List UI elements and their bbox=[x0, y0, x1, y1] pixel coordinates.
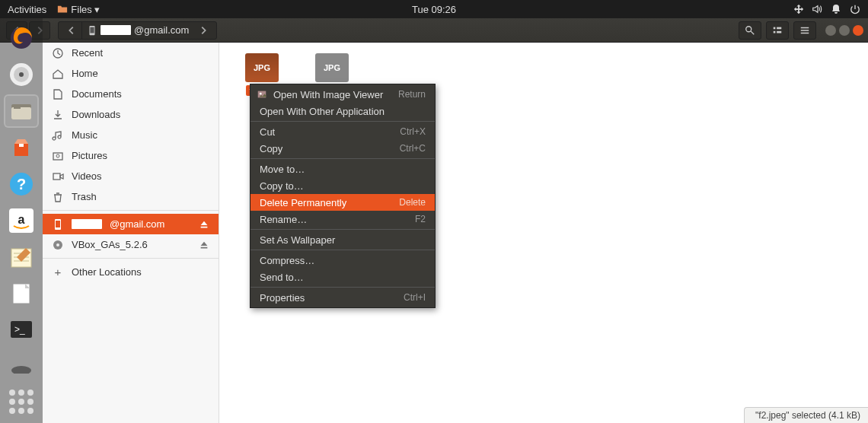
phone-icon bbox=[87, 25, 97, 36]
dock-libreoffice[interactable] bbox=[4, 277, 39, 310]
ctx-send-to[interactable]: Send to… bbox=[251, 269, 435, 285]
svg-rect-13 bbox=[14, 106, 21, 109]
ctx-properties[interactable]: PropertiesCtrl+I bbox=[251, 289, 435, 306]
svg-rect-14 bbox=[19, 144, 24, 147]
ctx-copy-to[interactable]: Copy to… bbox=[251, 177, 435, 194]
svg-rect-12 bbox=[11, 107, 31, 119]
sidebar-item-videos[interactable]: Videos bbox=[43, 166, 219, 186]
svg-point-2 bbox=[746, 26, 752, 31]
svg-rect-1 bbox=[90, 27, 94, 33]
dock-help[interactable]: ? bbox=[4, 167, 39, 201]
view-toggle-button[interactable] bbox=[766, 21, 789, 40]
sidebar-item-mount-vbox[interactable]: VBox_GAs_5.2.6 bbox=[43, 234, 219, 255]
sidebar-item-pictures[interactable]: Pictures bbox=[43, 145, 219, 166]
sidebar-item-downloads[interactable]: Downloads bbox=[43, 104, 219, 125]
eject-icon[interactable] bbox=[199, 240, 209, 250]
hamburger-button[interactable] bbox=[793, 21, 816, 40]
dock-rhythmbox[interactable] bbox=[4, 58, 39, 91]
window-header: @gmail.com bbox=[0, 18, 868, 43]
dock-files[interactable] bbox=[4, 94, 39, 128]
svg-point-10 bbox=[19, 72, 24, 77]
ctx-compress[interactable]: Compress… bbox=[251, 252, 435, 269]
show-applications-button[interactable] bbox=[9, 390, 34, 414]
ctx-delete-permanently[interactable]: Delete PermanentlyDelete bbox=[251, 194, 435, 211]
dock-firefox[interactable] bbox=[4, 21, 39, 55]
launcher-dock: ? a >_ bbox=[0, 18, 43, 423]
svg-rect-27 bbox=[53, 173, 60, 180]
svg-rect-25 bbox=[53, 153, 62, 160]
network-icon[interactable] bbox=[793, 4, 804, 14]
eject-icon[interactable] bbox=[199, 219, 209, 230]
path-segment-mount[interactable]: @gmail.com bbox=[82, 22, 193, 39]
svg-rect-29 bbox=[56, 221, 60, 227]
ctx-open-other[interactable]: Open With Other Application bbox=[251, 103, 435, 119]
chevron-left-icon bbox=[66, 25, 77, 36]
sidebar-item-music[interactable]: Music bbox=[43, 125, 219, 145]
minimize-button[interactable] bbox=[825, 25, 836, 36]
dock-notes[interactable] bbox=[4, 240, 39, 274]
jpg-thumbnail-icon: JPG bbox=[245, 53, 279, 82]
sidebar-item-documents[interactable]: Documents bbox=[43, 84, 219, 104]
sidebar-item-mount-phone[interactable]: @gmail.com bbox=[43, 214, 219, 234]
ctx-rename[interactable]: Rename…F2 bbox=[251, 211, 435, 227]
sidebar-item-home[interactable]: Home bbox=[43, 63, 219, 84]
top-panel: Activities Files ▾ Tue 09:26 bbox=[0, 0, 868, 18]
svg-text:a: a bbox=[18, 213, 25, 226]
sidebar-item-other-locations[interactable]: +Other Locations bbox=[43, 262, 219, 282]
dock-amazon[interactable]: a bbox=[4, 204, 39, 237]
maximize-button[interactable] bbox=[839, 25, 850, 36]
svg-point-33 bbox=[260, 93, 262, 95]
svg-text:>_: >_ bbox=[14, 324, 25, 335]
jpg-thumbnail-icon: JPG bbox=[315, 53, 349, 82]
folder-icon bbox=[57, 4, 68, 14]
power-icon[interactable] bbox=[850, 4, 860, 14]
app-menu-files[interactable]: Files ▾ bbox=[57, 4, 100, 15]
notification-icon[interactable] bbox=[830, 3, 842, 15]
ctx-set-wallpaper[interactable]: Set As Wallpaper bbox=[251, 231, 435, 248]
dock-terminal[interactable]: >_ bbox=[4, 313, 39, 347]
hamburger-icon bbox=[799, 25, 810, 36]
redacted-text bbox=[101, 25, 131, 35]
sidebar-item-recent[interactable]: Recent bbox=[43, 43, 219, 63]
image-viewer-icon bbox=[257, 89, 267, 100]
redacted-text bbox=[72, 219, 102, 229]
places-sidebar: Recent Home Documents Downloads Music Pi… bbox=[43, 43, 219, 423]
path-bar[interactable]: @gmail.com bbox=[58, 21, 217, 40]
dock-software[interactable] bbox=[4, 131, 39, 164]
ctx-open-default[interactable]: Open With Image ViewerReturn bbox=[251, 86, 435, 103]
ctx-copy[interactable]: CopyCtrl+C bbox=[251, 140, 435, 157]
svg-text:?: ? bbox=[17, 176, 26, 192]
dock-extra[interactable] bbox=[4, 350, 39, 383]
ctx-move-to[interactable]: Move to… bbox=[251, 161, 435, 177]
ctx-cut[interactable]: CutCtrl+X bbox=[251, 123, 435, 140]
close-button[interactable] bbox=[853, 25, 863, 36]
svg-rect-4 bbox=[777, 27, 781, 29]
clock[interactable]: Tue 09:26 bbox=[412, 4, 456, 15]
context-menu: Open With Image ViewerReturn Open With O… bbox=[250, 84, 436, 308]
search-button[interactable] bbox=[739, 21, 761, 40]
status-bar: "f2.jpeg" selected (4.1 kB) bbox=[744, 407, 868, 423]
svg-rect-3 bbox=[774, 27, 776, 29]
sidebar-item-trash[interactable]: Trash bbox=[43, 186, 219, 207]
svg-point-23 bbox=[11, 366, 31, 374]
search-icon bbox=[745, 25, 755, 36]
svg-point-31 bbox=[56, 243, 59, 246]
svg-rect-6 bbox=[777, 30, 781, 33]
svg-rect-5 bbox=[774, 30, 776, 33]
activities-button[interactable]: Activities bbox=[8, 4, 46, 15]
volume-icon[interactable] bbox=[812, 4, 822, 14]
chevron-right-icon bbox=[198, 25, 209, 36]
list-view-icon bbox=[772, 25, 783, 36]
svg-point-26 bbox=[56, 154, 59, 157]
